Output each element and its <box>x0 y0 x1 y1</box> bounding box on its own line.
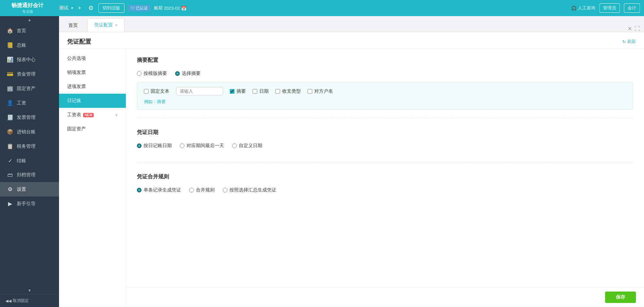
radio-merge-rule[interactable]: 合并规则 <box>189 187 215 193</box>
admin-button[interactable]: 管理员 <box>599 3 620 13</box>
tab-actions: ✕ ⛶ <box>628 26 644 32</box>
fixed-text-label: 固定文本 <box>151 88 169 94</box>
radio-journal-date-input[interactable] <box>137 143 142 148</box>
sidebar-item-archive[interactable]: 🗃 归档管理 <box>0 168 59 182</box>
calendar-icon[interactable]: 📅 <box>181 6 186 11</box>
logo-text: 畅捷通好会计 <box>11 2 44 9</box>
radio-journal-date[interactable]: 按日记账日期 <box>137 143 172 149</box>
checkbox-summary[interactable]: 摘要 <box>230 88 246 94</box>
switch-old-version-button[interactable]: 切到旧版 <box>98 3 124 13</box>
assets-icon: 🏢 <box>7 85 13 92</box>
radio-single-record[interactable]: 单条记录生成凭证 <box>137 187 181 193</box>
period-info: 账期 2023-02 📅 <box>154 5 187 11</box>
radio-select-summary[interactable]: 选择摘要 <box>175 71 201 77</box>
add-button[interactable]: + <box>76 3 84 13</box>
sidebar-item-ledger[interactable]: 📒 总账 <box>0 38 59 52</box>
radio-merge-rule-input[interactable] <box>189 188 194 192</box>
checkbox-summary-input[interactable] <box>230 89 234 94</box>
checkbox-date[interactable]: 日期 <box>253 88 269 94</box>
radio-template-summary-input[interactable] <box>137 71 142 76</box>
sidebar-label-ledger: 总账 <box>17 42 26 48</box>
home-icon: 🏠 <box>7 28 13 34</box>
left-nav-sales-invoice-label: 销项发票 <box>67 70 86 75</box>
radio-select-summary-label: 选择摘要 <box>182 71 201 77</box>
company-dropdown-icon[interactable]: ▾ <box>71 6 73 10</box>
left-nav-sales-invoice[interactable]: 销项发票 <box>59 65 126 80</box>
role-button[interactable]: 会计 <box>624 3 640 13</box>
tab-home-label: 首页 <box>68 23 78 29</box>
radio-custom-date-input[interactable] <box>232 143 237 148</box>
page-title: 凭证配置 <box>67 38 91 46</box>
save-button[interactable]: 保存 <box>605 292 636 303</box>
checkbox-income-type-input[interactable] <box>275 89 280 94</box>
checkbox-income-type[interactable]: 收支类型 <box>275 88 301 94</box>
radio-merge-rule-label: 合并规则 <box>196 187 215 193</box>
radio-single-record-input[interactable] <box>137 188 142 192</box>
sidebar-scroll-up[interactable]: ▲ <box>0 16 59 24</box>
merge-section-title: 凭证合并规则 <box>137 173 633 180</box>
tab-voucher-config[interactable]: 凭证配置 × <box>87 18 124 32</box>
checkbox-counterparty[interactable]: 对方户名 <box>308 88 333 94</box>
radio-template-summary[interactable]: 按模版摘要 <box>137 71 167 77</box>
fixed-text-input[interactable] <box>176 87 223 95</box>
sidebar-item-tax[interactable]: 📋 税务管理 <box>0 139 59 154</box>
sidebar-label-funds: 资金管理 <box>17 71 36 77</box>
radio-journal-date-label: 按日记账日期 <box>144 143 172 149</box>
sidebar-item-sales[interactable]: 📦 进销台账 <box>0 125 59 139</box>
cancel-fixed-button[interactable]: ◀◀ 取消固定 <box>5 298 29 304</box>
sidebar-item-reports[interactable]: 📊 报表中心 <box>0 52 59 67</box>
sidebar-item-guide[interactable]: ▶ 新手引导 <box>0 196 59 211</box>
sidebar-label-home: 首页 <box>17 28 26 34</box>
checkbox-fixed-text[interactable]: 固定文本 <box>144 88 169 94</box>
left-nav-journal[interactable]: 日记账 <box>59 94 126 108</box>
left-nav-payroll-table[interactable]: 工资表 NEW ∨ <box>59 108 126 122</box>
left-nav-payroll-table-label: 工资表 <box>67 112 81 118</box>
certified-badge: 🛡 已认证 <box>127 5 151 12</box>
close-tab-button[interactable]: ✕ <box>628 26 632 32</box>
funds-icon: 💳 <box>7 71 13 77</box>
settings-button[interactable]: ⚙ <box>86 3 96 13</box>
sidebar-scroll-down[interactable]: ▼ <box>0 287 59 294</box>
date-section-title: 凭证日期 <box>137 129 633 136</box>
config-area: 摘要配置 按模版摘要 选择摘要 <box>126 49 644 307</box>
sidebar-item-home[interactable]: 🏠 首页 <box>0 24 59 38</box>
sidebar-item-invoices[interactable]: 🧾 发票管理 <box>0 110 59 125</box>
radio-select-summary-input[interactable] <box>175 71 180 76</box>
radio-select-summary-merge-label: 按照选择汇总生成凭证 <box>229 187 276 193</box>
sidebar-item-assets[interactable]: 🏢 固定资产 <box>0 81 59 96</box>
sidebar-label-guide: 新手引导 <box>17 201 36 207</box>
radio-period-last[interactable]: 对应期间最后一天 <box>180 143 224 149</box>
content-area: 首页 凭证配置 × ✕ ⛶ 凭证配置 ↻ 刷新 <box>59 16 644 307</box>
tab-home[interactable]: 首页 <box>62 19 85 32</box>
radio-select-summary-merge[interactable]: 按照选择汇总生成凭证 <box>223 187 276 193</box>
sidebar-item-settings[interactable]: ⚙ 设置 <box>0 182 59 196</box>
checkbox-fixed-text-input[interactable] <box>144 89 149 94</box>
sidebar-footer: ◀◀ 取消固定 <box>0 294 59 307</box>
company-name[interactable]: 测试 <box>59 5 68 11</box>
period-value: 2023-02 <box>164 6 180 11</box>
left-nav-fixed-asset[interactable]: 固定资产 <box>59 122 126 136</box>
consult-button[interactable]: 🎧 人工咨询 <box>571 5 595 11</box>
sidebar-item-funds[interactable]: 💳 资金管理 <box>0 67 59 81</box>
expand-tab-button[interactable]: ⛶ <box>635 26 640 32</box>
refresh-button[interactable]: ↻ 刷新 <box>622 39 636 45</box>
radio-custom-date[interactable]: 自定义日期 <box>232 143 262 149</box>
checkbox-counterparty-input[interactable] <box>308 89 312 94</box>
left-nav-public-label: 公共选项 <box>67 55 86 61</box>
payroll-expand-icon[interactable]: ∨ <box>115 113 118 117</box>
tab-voucher-label: 凭证配置 <box>94 22 113 28</box>
left-nav-purchase-invoice[interactable]: 进项发票 <box>59 80 126 94</box>
radio-select-summary-merge-input[interactable] <box>223 188 227 192</box>
tab-close-icon[interactable]: × <box>115 23 117 28</box>
sidebar-item-payroll[interactable]: 👤 工资 <box>0 96 59 110</box>
radio-template-summary-label: 按模版摘要 <box>144 71 167 77</box>
radio-period-last-input[interactable] <box>180 143 184 148</box>
left-nav: 公共选项 销项发票 进项发票 日记账 工资表 NEW ∨ <box>59 49 126 307</box>
summary-section: 摘要配置 按模版摘要 选择摘要 <box>137 57 633 118</box>
tax-icon: 📋 <box>7 143 13 149</box>
left-nav-public[interactable]: 公共选项 <box>59 51 126 65</box>
radio-period-last-label: 对应期间最后一天 <box>186 143 224 149</box>
checkbox-date-input[interactable] <box>253 89 257 94</box>
logo-area: 畅捷通好会计 专业版 <box>4 2 51 14</box>
sidebar-item-closing[interactable]: ✓ 结账 <box>0 154 59 168</box>
